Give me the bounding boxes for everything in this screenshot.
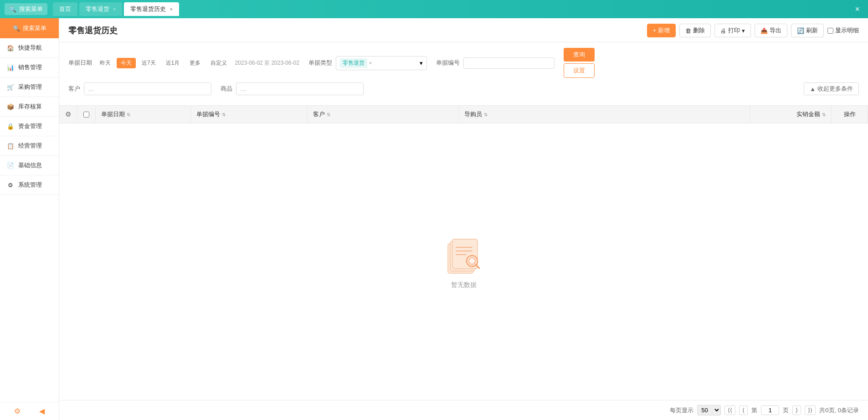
goods-filter-group: 商品 ... xyxy=(221,82,364,95)
system-icon: ⚙ xyxy=(6,181,15,189)
page-first-btn[interactable]: ⟨⟨ xyxy=(724,405,735,415)
window-close-btn[interactable]: × xyxy=(851,5,863,14)
th-no[interactable]: 单据编号 ⇅ xyxy=(191,106,307,123)
th-amount[interactable]: 实销金额 ⇅ xyxy=(750,106,832,123)
sidebar-item-purchase-mgmt[interactable]: 🛒 采购管理 xyxy=(0,77,59,97)
show-detail-toggle[interactable]: 显示明细 xyxy=(827,26,859,35)
sidebar-item-finance[interactable]: 🔒 资金管理 xyxy=(0,117,59,136)
customer-select[interactable]: ... xyxy=(84,82,211,95)
print-button[interactable]: 🖨 打印 ▾ xyxy=(714,24,751,37)
page-total-text: 共0页, 0条记录 xyxy=(819,406,859,415)
sidebar-item-system-label: 系统管理 xyxy=(18,181,42,189)
page-title: 零售退货历史 xyxy=(68,25,118,36)
doc-type-tag-close[interactable]: × xyxy=(369,60,372,66)
customer-filter-group: 客户 ... xyxy=(68,82,211,95)
show-detail-checkbox[interactable] xyxy=(827,28,833,34)
sidebar-item-finance-label: 资金管理 xyxy=(18,122,42,130)
sidebar-search-btn[interactable]: 🔍 搜索菜单 xyxy=(0,18,59,38)
page-size-select[interactable]: 50 10 20 100 xyxy=(697,405,721,415)
doc-no-filter-group: 单据编号 xyxy=(436,57,555,69)
date-btn-7days[interactable]: 近7天 xyxy=(138,58,160,68)
doc-type-select[interactable]: 零售退货 × ▾ xyxy=(336,56,427,70)
sidebar-item-sales-mgmt[interactable]: 📊 销售管理 xyxy=(0,58,59,77)
sort-customer-icon: ⇅ xyxy=(327,112,330,117)
sidebar-item-quick-nav-label: 快捷导航 xyxy=(18,44,42,52)
th-customer[interactable]: 客户 ⇅ xyxy=(308,106,459,123)
goods-select[interactable]: ... xyxy=(236,82,364,95)
sidebar-item-operations-label: 经营管理 xyxy=(18,142,42,150)
home-icon: 🏠 xyxy=(6,44,15,52)
date-btn-yesterday[interactable]: 昨天 xyxy=(96,58,115,68)
set-button[interactable]: 设置 xyxy=(564,63,595,78)
sidebar-search-label: 搜索菜单 xyxy=(23,24,46,32)
base-info-icon: 📄 xyxy=(6,161,15,169)
export-button[interactable]: 📤 导出 xyxy=(755,24,787,37)
sidebar-item-quick-nav[interactable]: 🏠 快捷导航 xyxy=(0,38,59,58)
date-btn-more[interactable]: 更多 xyxy=(185,58,205,68)
select-all-checkbox[interactable] xyxy=(83,112,89,118)
doc-no-input[interactable] xyxy=(463,57,555,69)
delete-button[interactable]: 🗑 删除 xyxy=(679,24,711,37)
doc-type-dropdown-icon: ▾ xyxy=(420,60,423,67)
filter-row-2: 客户 ... 商品 ... ▲ 收起更多条件 xyxy=(68,82,859,95)
date-filter-group: 单据日期 昨天 今天 近7天 近1月 更多 自定义 2023-06-02 至 2… xyxy=(68,58,299,68)
sidebar-search-icon: 🔍 xyxy=(13,25,20,32)
sales-icon: 📊 xyxy=(6,63,15,72)
sidebar: 🔍 搜索菜单 🏠 快捷导航 📊 销售管理 🛒 采购管理 📦 库存核算 🔒 资金管… xyxy=(0,18,59,420)
sidebar-item-base-info[interactable]: 📄 基础信息 xyxy=(0,156,59,175)
doc-no-label: 单据编号 xyxy=(436,59,460,67)
table-settings-icon[interactable]: ⚙ xyxy=(65,110,71,118)
sidebar-item-operations[interactable]: 📋 经营管理 xyxy=(0,136,59,156)
page-next-btn[interactable]: ⟩ xyxy=(792,405,801,415)
date-btn-1month[interactable]: 近1月 xyxy=(162,58,184,68)
sidebar-bottom: ⚙ ◀ xyxy=(0,402,59,420)
goods-label: 商品 xyxy=(221,85,232,93)
empty-state: 暂无数据 xyxy=(59,123,868,400)
pagination: 每页显示 50 10 20 100 ⟨⟨ ⟨ 第 页 ⟩ ⟩⟩ 共0页, 0条记… xyxy=(59,400,868,420)
page-title-row: 零售退货历史 + 新增 🗑 删除 🖨 打印 ▾ 📤 导出 xyxy=(68,24,859,37)
query-button[interactable]: 查询 xyxy=(564,48,595,61)
th-guide[interactable]: 导购员 ⇅ xyxy=(459,106,750,123)
toolbar: + 新增 🗑 删除 🖨 打印 ▾ 📤 导出 🔄 xyxy=(647,24,859,37)
new-button[interactable]: + 新增 xyxy=(647,24,676,37)
settings-bottom-icon[interactable]: ⚙ xyxy=(14,407,21,415)
tab-home-label: 首页 xyxy=(59,5,71,13)
sidebar-item-system[interactable]: ⚙ 系统管理 xyxy=(0,175,59,195)
collapse-filter-btn[interactable]: ▲ 收起更多条件 xyxy=(804,82,859,95)
tab-retail-return-close[interactable]: × xyxy=(113,6,116,12)
doc-type-filter-group: 单据类型 零售退货 × ▾ xyxy=(308,56,427,70)
page-size-label: 每页显示 xyxy=(670,406,693,415)
sort-date-icon: ⇅ xyxy=(127,112,130,117)
top-bar: 🔍 搜索菜单 首页 零售退货 × 零售退货历史 × × xyxy=(0,0,868,18)
date-btn-custom[interactable]: 自定义 xyxy=(206,58,231,68)
page-header: 零售退货历史 + 新增 🗑 删除 🖨 打印 ▾ 📤 导出 xyxy=(59,18,868,42)
tab-retail-return-history-label: 零售退货历史 xyxy=(130,5,166,13)
page-input[interactable] xyxy=(761,405,779,415)
tab-retail-return-history[interactable]: 零售退货历史 × xyxy=(124,2,179,16)
sidebar-item-inventory[interactable]: 📦 库存核算 xyxy=(0,97,59,117)
page-last-btn[interactable]: ⟩⟩ xyxy=(805,405,816,415)
search-menu-btn[interactable]: 🔍 搜索菜单 xyxy=(5,3,47,15)
customer-dots: ... xyxy=(88,85,94,93)
goods-dots: ... xyxy=(240,85,246,93)
page-prev-btn[interactable]: ⟨ xyxy=(739,405,748,415)
collapse-sidebar-icon[interactable]: ◀ xyxy=(39,407,45,415)
date-btn-today[interactable]: 今天 xyxy=(117,58,136,68)
empty-illustration xyxy=(441,235,487,276)
tab-retail-return[interactable]: 零售退货 × xyxy=(79,2,122,16)
th-settings: ⚙ xyxy=(59,106,77,123)
table-area: ⚙ 单据日期 ⇅ 单据编号 ⇅ 客户 ⇅ 导购员 xyxy=(59,106,868,400)
customer-label: 客户 xyxy=(68,85,80,93)
print-icon: 🖨 xyxy=(720,27,726,34)
page-unit-label: 页 xyxy=(783,406,789,415)
refresh-button[interactable]: 🔄 刷新 xyxy=(791,24,824,37)
tab-retail-return-history-close[interactable]: × xyxy=(169,6,172,12)
tab-home[interactable]: 首页 xyxy=(53,2,77,16)
th-date[interactable]: 单据日期 ⇅ xyxy=(96,106,191,123)
sidebar-item-inventory-label: 库存核算 xyxy=(18,102,42,111)
main-content: 零售退货历史 + 新增 🗑 删除 🖨 打印 ▾ 📤 导出 xyxy=(59,18,868,420)
collapse-icon: ▲ xyxy=(810,86,816,92)
sort-no-icon: ⇅ xyxy=(222,112,226,117)
page-current-label: 第 xyxy=(751,406,757,415)
filter-row-1: 单据日期 昨天 今天 近7天 近1月 更多 自定义 2023-06-02 至 2… xyxy=(68,48,859,78)
